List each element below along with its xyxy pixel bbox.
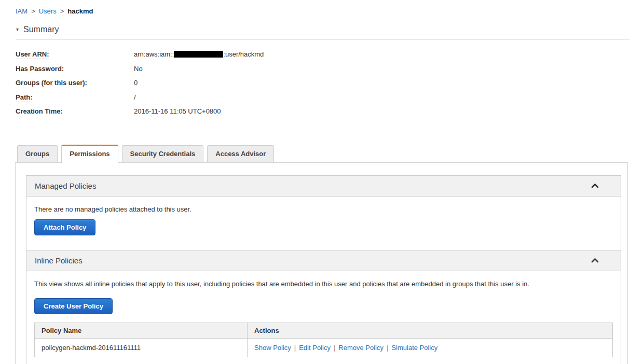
field-label: Creation Time: <box>16 104 134 119</box>
permissions-tab-panel: Managed Policies There are no managed po… <box>15 162 628 364</box>
table-header-row: Policy Name Actions <box>35 323 613 338</box>
action-separator: | <box>387 344 388 352</box>
show-policy-link[interactable]: Show Policy <box>254 344 291 352</box>
policy-actions-cell: Show Policy|Edit Policy|Remove Policy|Si… <box>248 338 613 357</box>
remove-policy-link[interactable]: Remove Policy <box>338 344 384 352</box>
summary-fields: User ARN: arn:aws:iam:::user/hackmd Has … <box>16 47 630 119</box>
managed-policies-header: Managed Policies <box>26 176 621 197</box>
summary-title: Summary <box>23 25 59 34</box>
column-header-actions: Actions <box>248 323 613 338</box>
field-label: Has Password: <box>16 62 134 76</box>
inline-policies-header: Inline Policies <box>26 250 621 271</box>
field-row-has-password: Has Password: No <box>16 62 630 76</box>
redacted-account-id <box>174 51 223 58</box>
inline-policies-description: This view shows all inline policies that… <box>34 280 613 288</box>
user-arn-value: arn:aws:iam:::user/hackmd <box>134 47 264 62</box>
tab-security-credentials[interactable]: Security Credentials <box>122 145 204 162</box>
chevron-up-icon <box>591 183 599 188</box>
edit-policy-link[interactable]: Edit Policy <box>299 344 331 352</box>
field-row-user-arn: User ARN: arn:aws:iam:::user/hackmd <box>16 47 630 62</box>
has-password-value: No <box>134 62 143 76</box>
policy-name-cell: policygen-hackmd-201611161111 <box>35 338 248 357</box>
field-label: Path: <box>16 90 134 105</box>
simulate-policy-link[interactable]: Simulate Policy <box>391 344 437 352</box>
breadcrumb: IAM>Users>hackmd <box>0 0 630 15</box>
inline-policies-collapse-button[interactable] <box>591 258 612 263</box>
table-row: policygen-hackmd-201611161111 Show Polic… <box>35 338 613 357</box>
summary-divider <box>16 39 629 39</box>
inline-policies-title: Inline Policies <box>35 256 83 265</box>
action-separator: | <box>294 344 296 352</box>
column-header-policy-name: Policy Name <box>35 323 248 338</box>
groups-count-value: 0 <box>134 76 138 90</box>
field-row-groups: Groups (for this user): 0 <box>16 76 630 90</box>
breadcrumb-current-user: hackmd <box>67 7 93 15</box>
inline-policies-body: This view shows all inline policies that… <box>26 271 621 364</box>
breadcrumb-link-iam[interactable]: IAM <box>16 7 28 15</box>
action-separator: | <box>334 344 335 352</box>
inline-policies-table: Policy Name Actions policygen-hackmd-201… <box>34 323 613 357</box>
field-row-path: Path: / <box>16 90 630 105</box>
field-label: User ARN: <box>16 47 134 62</box>
breadcrumb-separator: > <box>31 7 35 15</box>
path-value: / <box>134 90 136 105</box>
managed-policies-empty-text: There are no managed policies attached t… <box>34 205 613 213</box>
chevron-up-icon <box>591 258 599 263</box>
summary-section-header: ▾Summary <box>16 25 630 34</box>
managed-policies-title: Managed Policies <box>35 181 96 190</box>
tab-access-advisor[interactable]: Access Advisor <box>207 145 274 162</box>
creation-time-value: 2016-11-16 11:05 UTC+0800 <box>134 104 221 119</box>
managed-policies-collapse-button[interactable] <box>591 183 612 188</box>
attach-policy-button[interactable]: Attach Policy <box>34 219 95 235</box>
tab-groups[interactable]: Groups <box>17 145 58 162</box>
field-row-creation-time: Creation Time: 2016-11-16 11:05 UTC+0800 <box>16 104 630 119</box>
tab-bar: Groups Permissions Security Credentials … <box>17 145 630 162</box>
managed-policies-body: There are no managed policies attached t… <box>26 197 621 250</box>
breadcrumb-link-users[interactable]: Users <box>39 7 57 15</box>
collapse-triangle-icon[interactable]: ▾ <box>16 26 19 32</box>
breadcrumb-separator: > <box>60 7 64 15</box>
create-user-policy-button[interactable]: Create User Policy <box>34 298 113 314</box>
tab-permissions[interactable]: Permissions <box>61 145 118 163</box>
policies-sections-container: Managed Policies There are no managed po… <box>26 175 621 364</box>
field-label: Groups (for this user): <box>16 76 134 90</box>
